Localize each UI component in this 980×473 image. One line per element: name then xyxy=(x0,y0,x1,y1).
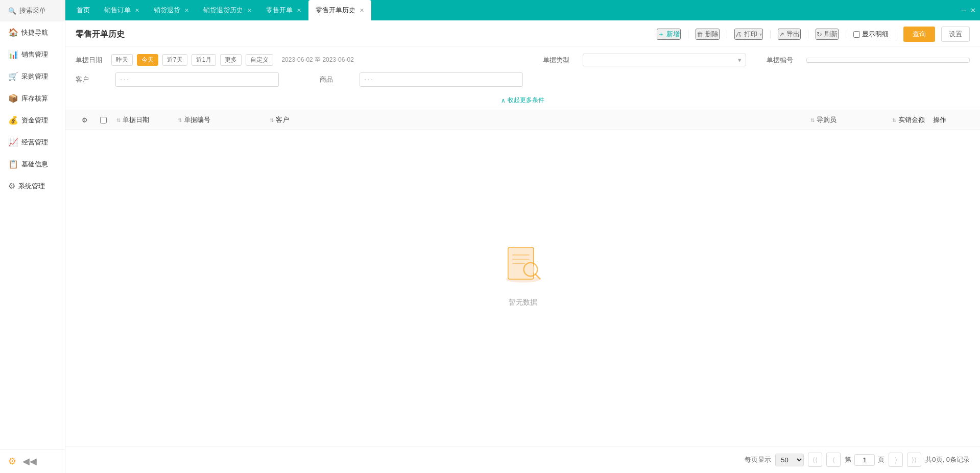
display-cols-toggle[interactable]: 显示明细 xyxy=(853,30,889,39)
print-arrow-icon: ▾ xyxy=(759,32,762,37)
tab-sales-return[interactable]: 销货退货 ✕ xyxy=(147,0,196,20)
print-icon: 🖨 xyxy=(735,31,742,38)
client-input[interactable]: ··· xyxy=(115,72,279,87)
display-cols-checkbox[interactable] xyxy=(853,31,860,38)
col-date-label: 单据日期 xyxy=(123,115,149,125)
tab-sales-order-close[interactable]: ✕ xyxy=(135,7,139,14)
col-ops-label: 操作 xyxy=(933,115,946,125)
delete-button[interactable]: 🗑 删除 xyxy=(696,29,720,40)
doc-type-select[interactable]: ▾ xyxy=(583,54,746,66)
delete-icon: 🗑 xyxy=(697,31,703,38)
print-label: 打印 xyxy=(744,30,757,39)
sort-icon[interactable]: ⇅ xyxy=(116,117,121,123)
first-page-btn[interactable]: ⟨⟨ xyxy=(808,453,822,467)
sidebar-item-basic-info[interactable]: 📋 基础信息 xyxy=(0,153,65,175)
refresh-label: 刷新 xyxy=(824,30,838,39)
doc-type-label: 单据类型 xyxy=(543,56,579,65)
tab-retail-open-label: 零售开单 xyxy=(266,6,293,15)
per-page-select[interactable]: 50 100 200 xyxy=(775,454,804,466)
inventory-icon: 📦 xyxy=(8,93,18,103)
pagination: 每页显示 50 100 200 ⟨⟨ ⟨ 第 页 ⟩ ⟩⟩ 共0页, 0条记录 xyxy=(65,446,980,473)
col-header-ops: 操作 xyxy=(929,115,970,125)
print-button[interactable]: 🖨 打印 ▾ xyxy=(734,29,763,40)
window-minimize-btn[interactable]: ─ xyxy=(962,7,966,14)
tab-retail-open[interactable]: 零售开单 ✕ xyxy=(259,0,308,20)
sidebar-item-label: 库存核算 xyxy=(21,94,48,103)
sidebar-item-label: 快捷导航 xyxy=(21,28,48,37)
last7days-btn[interactable]: 近7天 xyxy=(162,54,187,66)
next-page-btn[interactable]: ⟩ xyxy=(889,453,903,467)
page-input-wrap: 第 页 xyxy=(845,454,885,466)
add-icon: ＋ xyxy=(658,30,664,39)
doc-num-input[interactable] xyxy=(806,58,970,63)
tab-sales-order-label: 销售订单 xyxy=(104,6,131,15)
window-close-btn[interactable]: ✕ xyxy=(970,7,976,14)
sidebar-item-label: 资金管理 xyxy=(21,116,48,125)
tab-sales-return-history[interactable]: 销货退货历史 ✕ xyxy=(196,0,259,20)
sidebar-search-label: 搜索采单 xyxy=(19,6,46,15)
tab-sales-order[interactable]: 销售订单 ✕ xyxy=(97,0,147,20)
tab-home-label: 首页 xyxy=(77,6,90,15)
col-num-label: 单据编号 xyxy=(184,115,210,125)
today-btn[interactable]: 今天 xyxy=(137,54,158,66)
yesterday-btn[interactable]: 昨天 xyxy=(111,54,133,66)
page-label: 第 xyxy=(845,455,851,464)
divider2 xyxy=(727,30,727,38)
add-button[interactable]: ＋ 新增 xyxy=(657,29,681,40)
goods-input[interactable]: ··· xyxy=(360,72,523,87)
toolbar: ＋ 新增 🗑 删除 🖨 打印 ▾ ↗ 导出 xyxy=(657,27,970,42)
last1month-btn[interactable]: 近1月 xyxy=(192,54,217,66)
doc-num-label: 单据编号 xyxy=(767,56,802,65)
query-button[interactable]: 查询 xyxy=(903,27,935,42)
column-settings-btn[interactable]: ⚙ xyxy=(76,116,94,124)
tab-retail-open-history-close[interactable]: ✕ xyxy=(360,7,364,14)
settings-gear-icon[interactable]: ⚙ xyxy=(8,456,16,467)
col-header-date: ⇅ 单据日期 xyxy=(112,115,174,125)
col-guide-label: 导购员 xyxy=(817,115,836,125)
svg-point-6 xyxy=(526,265,535,273)
sidebar-search[interactable]: 🔍 搜索采单 xyxy=(0,0,65,21)
filter-row-2: 客户 ··· 商品 ··· xyxy=(76,72,970,87)
sidebar-item-label: 系统管理 xyxy=(18,182,45,191)
refresh-button[interactable]: ↻ 刷新 xyxy=(816,29,839,40)
sort-client-icon[interactable]: ⇅ xyxy=(270,117,274,123)
collapse-sidebar-icon[interactable]: ◀◀ xyxy=(22,456,37,467)
more-btn[interactable]: 更多 xyxy=(220,54,242,66)
prev-page-btn[interactable]: ⟨ xyxy=(826,453,841,467)
sidebar-item-inventory[interactable]: 📦 库存核算 xyxy=(0,87,65,109)
goods-dots: ··· xyxy=(364,75,374,84)
filter-area: 单据日期 昨天 今天 近7天 近1月 更多 自定义 2023-06-02 至 2… xyxy=(65,46,980,110)
sort-guide-icon[interactable]: ⇅ xyxy=(810,117,815,123)
page-input[interactable] xyxy=(854,454,875,466)
sidebar-item-sales-mgmt[interactable]: 📊 销售管理 xyxy=(0,43,65,65)
collapse-bar[interactable]: ∧ 收起更多条件 xyxy=(76,93,970,110)
export-button[interactable]: ↗ 导出 xyxy=(778,29,801,40)
col-client-label: 客户 xyxy=(276,115,289,125)
sidebar-item-quick-nav[interactable]: 🏠 快捷导航 xyxy=(0,21,65,43)
per-page-label: 每页显示 xyxy=(745,455,771,464)
tab-sales-return-history-close[interactable]: ✕ xyxy=(247,7,252,14)
basic-info-icon: 📋 xyxy=(8,159,18,169)
sort-num-icon[interactable]: ⇅ xyxy=(178,117,182,123)
sort-amount-icon[interactable]: ⇅ xyxy=(892,117,896,123)
sidebar-item-operations[interactable]: 📈 经营管理 xyxy=(0,131,65,153)
sidebar-item-sys-mgmt[interactable]: ⚙ 系统管理 xyxy=(0,175,65,197)
refresh-icon: ↻ xyxy=(817,31,822,38)
client-dots: ··· xyxy=(120,75,130,84)
sidebar-item-purchase-mgmt[interactable]: 🛒 采购管理 xyxy=(0,65,65,87)
collapse-label: 收起更多条件 xyxy=(508,96,544,105)
custom-btn[interactable]: 自定义 xyxy=(246,54,273,66)
empty-state: 暂无数据 xyxy=(65,130,980,446)
tab-retail-open-history[interactable]: 零售开单历史 ✕ xyxy=(308,0,371,20)
select-all-checkbox[interactable] xyxy=(100,117,107,123)
divider4 xyxy=(808,30,808,38)
last-page-btn[interactable]: ⟩⟩ xyxy=(907,453,921,467)
tab-home[interactable]: 首页 xyxy=(69,0,97,20)
setting-button[interactable]: 设置 xyxy=(941,27,970,42)
add-label: 新增 xyxy=(666,30,680,39)
tab-sales-return-close[interactable]: ✕ xyxy=(184,7,189,14)
sidebar-item-finance[interactable]: 💰 资金管理 xyxy=(0,109,65,131)
date-range-display: 2023-06-02 至 2023-06-02 xyxy=(281,56,353,64)
tab-retail-open-close[interactable]: ✕ xyxy=(297,7,301,14)
col-header-client: ⇅ 客户 xyxy=(266,115,806,125)
